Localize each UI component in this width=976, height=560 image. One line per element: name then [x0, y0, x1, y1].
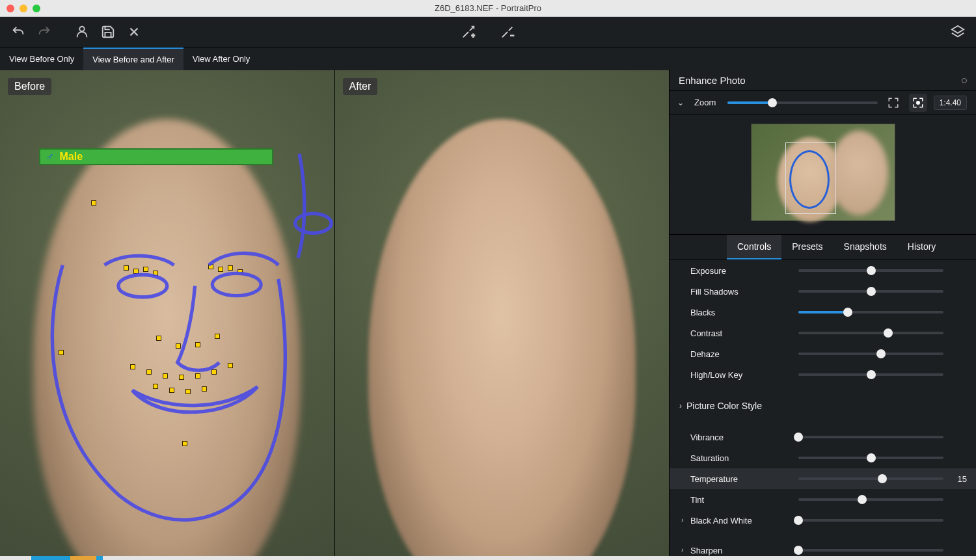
slider-label: Saturation	[690, 453, 794, 463]
tab-history[interactable]: History	[897, 235, 947, 260]
sidebar: Enhance Photo ⌄ Zoom 1:4.40	[669, 70, 976, 556]
image-comparison-area: Before ♂ Male	[0, 70, 669, 556]
slider-track[interactable]	[798, 353, 943, 355]
fit-to-screen-icon[interactable]	[884, 94, 902, 112]
slider-temperature[interactable]: Temperature15	[670, 468, 976, 489]
undo-button[interactable]	[5, 19, 31, 45]
zoom-collapse-icon[interactable]: ⌄	[673, 98, 688, 107]
slider-track[interactable]	[798, 477, 943, 480]
slider-track[interactable]	[798, 373, 943, 376]
slider-tint[interactable]: Tint	[670, 489, 976, 510]
sidebar-help-icon[interactable]	[962, 78, 967, 83]
slider-sharpen[interactable]: ›Sharpen	[670, 540, 976, 556]
tab-presets[interactable]: Presets	[781, 235, 833, 260]
slider-bw[interactable]: ›Black And White	[670, 510, 976, 531]
navigator-thumbnail[interactable]	[670, 114, 976, 235]
face-outline-overlay[interactable]	[0, 70, 334, 556]
slider-saturation[interactable]: Saturation	[670, 447, 976, 468]
tab-view-after-only[interactable]: View After Only	[183, 47, 260, 70]
person-button[interactable]	[69, 19, 95, 45]
slider-contrast[interactable]: Contrast	[670, 323, 976, 343]
zoom-slider[interactable]	[727, 101, 877, 104]
slider-high_low_key[interactable]: High/Low Key	[670, 364, 976, 385]
fit-to-face-icon[interactable]	[909, 94, 927, 112]
svg-point-6	[916, 101, 919, 104]
window-titlebar: Z6D_6183.NEF - PortraitPro	[0, 0, 976, 17]
slider-track[interactable]	[798, 290, 943, 293]
main-toolbar: + −	[0, 17, 976, 47]
after-badge: After	[343, 78, 378, 95]
window-title: Z6D_6183.NEF - PortraitPro	[435, 3, 541, 13]
tab-snapshots[interactable]: Snapshots	[834, 235, 897, 260]
layers-button[interactable]	[945, 19, 971, 45]
view-mode-tabs: View Before Only View Before and After V…	[0, 47, 976, 70]
tab-view-before-only[interactable]: View Before Only	[0, 47, 83, 70]
tab-controls[interactable]: Controls	[727, 235, 781, 260]
traffic-lights	[7, 5, 40, 12]
slider-label: Sharpen	[690, 546, 794, 555]
slider-track[interactable]	[798, 332, 943, 334]
slider-exposure[interactable]: Exposure	[670, 260, 976, 281]
tab-view-before-after[interactable]: View Before and After	[83, 47, 183, 70]
svg-text:−: −	[511, 33, 514, 39]
save-button[interactable]	[95, 19, 121, 45]
window-maximize-button[interactable]	[33, 5, 40, 12]
zoom-row: ⌄ Zoom 1:4.40	[670, 91, 976, 114]
slider-label: Black And White	[690, 516, 794, 526]
before-panel[interactable]: Before ♂ Male	[0, 70, 334, 556]
zoom-ratio-display[interactable]: 1:4.40	[934, 96, 967, 110]
slider-label: Fill Shadows	[690, 287, 794, 297]
svg-point-4	[212, 273, 261, 295]
redo-button[interactable]	[31, 19, 57, 45]
slider-track[interactable]	[798, 457, 943, 459]
close-button[interactable]	[121, 19, 147, 45]
slider-label: Blacks	[690, 308, 794, 317]
chevron-right-icon: ›	[675, 401, 686, 410]
slider-label: Vibrance	[690, 433, 794, 442]
window-minimize-button[interactable]	[20, 5, 27, 12]
section-label: Picture Color Style	[686, 401, 762, 411]
slider-track[interactable]	[798, 311, 943, 313]
slider-track[interactable]	[798, 498, 943, 501]
slider-label: Exposure	[690, 266, 794, 276]
brush-remove-button[interactable]: −	[495, 19, 521, 45]
slider-label: High/Low Key	[690, 370, 794, 380]
slider-vibrance[interactable]: Vibrance	[670, 427, 976, 447]
sidebar-title: Enhance Photo	[679, 75, 746, 86]
chevron-right-icon: ›	[681, 516, 690, 524]
slider-track[interactable]	[798, 549, 943, 552]
sidebar-header: Enhance Photo	[670, 70, 976, 91]
window-close-button[interactable]	[7, 5, 14, 12]
slider-dehaze[interactable]: Dehaze	[670, 343, 976, 364]
slider-fill_shadows[interactable]: Fill Shadows	[670, 281, 976, 302]
controls-panel: ExposureFill ShadowsBlacksContrastDehaze…	[670, 260, 976, 556]
slider-label: Contrast	[690, 328, 794, 338]
zoom-label: Zoom	[694, 98, 716, 107]
after-panel[interactable]: After	[334, 70, 670, 556]
slider-value: 15	[943, 474, 967, 484]
svg-point-3	[118, 275, 167, 297]
slider-label: Dehaze	[690, 349, 794, 359]
section-picture-color-style[interactable]: ›Picture Color Style	[670, 394, 976, 418]
chevron-right-icon: ›	[681, 546, 690, 553]
svg-point-0	[79, 27, 84, 31]
slider-label: Tint	[690, 495, 794, 505]
svg-point-5	[295, 213, 332, 233]
slider-blacks[interactable]: Blacks	[670, 302, 976, 323]
navigator-face-oval	[789, 150, 830, 209]
before-badge: Before	[8, 78, 51, 95]
slider-track[interactable]	[798, 436, 943, 438]
bottom-strip	[0, 556, 976, 560]
sidebar-tabs: Controls Presets Snapshots History	[670, 235, 976, 260]
svg-text:+: +	[472, 33, 475, 39]
brush-add-button[interactable]: +	[455, 19, 481, 45]
slider-label: Temperature	[690, 474, 794, 484]
slider-track[interactable]	[798, 519, 943, 522]
slider-track[interactable]	[798, 269, 943, 272]
